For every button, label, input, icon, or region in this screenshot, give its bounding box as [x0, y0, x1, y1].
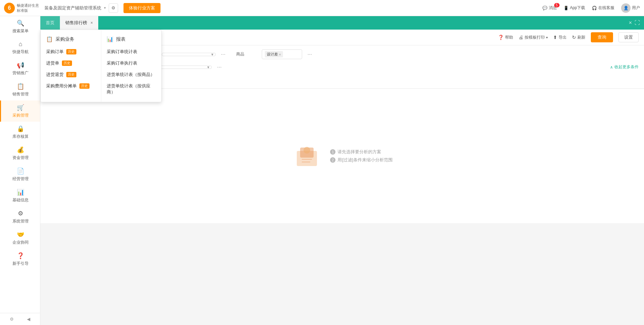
- empty-hints: 1 请先选择要分析的方案 2 用[过滤]条件来缩小分析范围: [330, 149, 392, 163]
- purchase-section-title: 采购业务: [56, 36, 74, 42]
- menu-item-purchase-order-stat[interactable]: 采购订单统计表: [101, 46, 162, 57]
- tab-right-actions: × ⛶: [629, 20, 644, 26]
- purchase-order-exec-label: 采购订单执行表: [107, 60, 137, 66]
- headset-icon: 🎧: [592, 6, 597, 10]
- purchase-order-stat-label: 采购订单统计表: [107, 49, 137, 55]
- notification-icon: 💬: [542, 6, 547, 10]
- sidebar-item-marketing[interactable]: 📢 营销推广: [0, 58, 40, 79]
- top-header: 6 畅捷通好生意 标准版 装备及固定资产辅助管理系统 ▾ ⚙ 体验行业方案 💬 …: [0, 0, 644, 16]
- sidebar-item-enterprise[interactable]: 🤝 企业协同: [0, 228, 40, 249]
- trial-button[interactable]: 体验行业方案: [123, 3, 160, 13]
- sidebar-item-search[interactable]: 🔍 搜索菜单: [0, 16, 40, 37]
- menu-item-goods-stat-by-supplier[interactable]: 进货单统计表（按供应商）: [101, 80, 162, 98]
- sidebar-label-enterprise: 企业协同: [12, 240, 29, 245]
- purchase-order-label: 采购订单: [46, 49, 64, 55]
- voucher-status-more[interactable]: ···: [221, 51, 225, 57]
- refresh-button[interactable]: ↻ 刷新: [572, 35, 585, 40]
- tab-home[interactable]: 首页: [40, 16, 60, 30]
- sidebar-label-newbie: 新手引导: [12, 261, 29, 267]
- sidebar-item-newbie[interactable]: ❓ 新手引导: [0, 249, 40, 270]
- collapse-button[interactable]: ∧ 收起更多条件: [610, 64, 639, 70]
- menu-item-purchase-expense[interactable]: 采购费用分摊单 历史: [41, 80, 101, 92]
- system-title: 装备及固定资产辅助管理系统: [44, 5, 101, 11]
- tab-sales-rank[interactable]: 销售排行榜 ×: [60, 16, 98, 30]
- menu-item-goods-return[interactable]: 进货退货 历史: [41, 69, 101, 80]
- sidebar-label-search: 搜索菜单: [12, 28, 29, 34]
- sidebar-item-quicknav[interactable]: ⌂ 快捷导航: [0, 37, 40, 58]
- settings-button[interactable]: 设置: [618, 32, 639, 42]
- export-icon: ⬆: [553, 35, 557, 40]
- help-button[interactable]: ❓ 帮助: [498, 35, 513, 40]
- menu-item-goods-receipt[interactable]: 进货单 历史: [41, 57, 101, 69]
- print-dropdown-arrow[interactable]: ▾: [546, 36, 548, 39]
- empty-state: 1 请先选择要分析的方案 2 用[过滤]条件来缩小分析范围: [292, 141, 392, 171]
- sidebar-label-basic: 基础信息: [12, 197, 29, 203]
- logo-icon: 6: [4, 3, 15, 13]
- user-menu-button[interactable]: 👤 用户: [621, 3, 640, 13]
- menu-item-purchase-order[interactable]: 采购订单 历史: [41, 46, 101, 57]
- salesperson-select[interactable]: [158, 66, 212, 69]
- sales-icon: 📋: [17, 83, 24, 90]
- sidebar-bottom: ⚙ ◀: [0, 313, 40, 325]
- newbie-icon: ❓: [17, 252, 24, 259]
- finance-icon: 💰: [17, 146, 24, 154]
- sidebar-settings-button[interactable]: ⚙: [10, 317, 14, 322]
- sidebar-item-system[interactable]: ⚙ 系统管理: [0, 206, 40, 228]
- goods-tag-remove[interactable]: ×: [279, 52, 281, 56]
- refresh-icon: ↻: [572, 35, 576, 40]
- purchase-section-icon: 📋: [46, 36, 53, 43]
- enterprise-icon: 🤝: [17, 231, 24, 238]
- goods-more[interactable]: ···: [308, 51, 312, 57]
- menu-item-goods-stat-by-goods[interactable]: 进货单统计表（按商品）: [101, 69, 162, 80]
- tab-close-all-button[interactable]: ×: [629, 20, 632, 26]
- online-service-button[interactable]: 🎧 在线客服: [592, 5, 614, 11]
- phone-icon: 📱: [564, 6, 569, 10]
- tab-close-button[interactable]: ×: [91, 21, 93, 25]
- sidebar-label-purchase: 采购管理: [12, 113, 29, 118]
- settings-gear-button[interactable]: ⚙: [109, 3, 118, 13]
- user-avatar: 👤: [621, 3, 631, 13]
- sidebar-item-operation[interactable]: 📄 经营管理: [0, 164, 40, 185]
- goods-return-label: 进货退货: [46, 72, 64, 78]
- sidebar-item-finance[interactable]: 💰 资金管理: [0, 143, 40, 164]
- sidebar-collapse-button[interactable]: ◀: [27, 317, 30, 322]
- sidebar-label-sales: 销售管理: [12, 91, 29, 97]
- sidebar-item-purchase[interactable]: 🛒 采购管理: [0, 100, 40, 122]
- sidebar-label-finance: 资金管理: [12, 155, 29, 161]
- app-download-button[interactable]: 📱 App下载: [564, 5, 585, 11]
- system-icon: ⚙: [18, 210, 23, 217]
- sidebar-label-system: 系统管理: [12, 218, 29, 224]
- tab-restore-button[interactable]: ⛶: [635, 20, 640, 26]
- notification-button[interactable]: 💬 消息 5: [542, 5, 557, 11]
- sidebar-item-basic[interactable]: 📊 基础信息: [0, 185, 40, 206]
- notification-badge-count: 5: [554, 3, 560, 7]
- export-button[interactable]: ⬆ 导出: [553, 35, 567, 40]
- goods-receipt-badge: 历史: [62, 60, 72, 66]
- title-dropdown-arrow[interactable]: ▾: [104, 6, 106, 10]
- hint-item-2: 2 用[过滤]条件来缩小分析范围: [330, 157, 392, 163]
- voucher-status-select[interactable]: [162, 53, 216, 56]
- operation-icon: 📄: [17, 167, 24, 175]
- goods-input[interactable]: 设计差 ×: [262, 49, 302, 59]
- collapse-arrow-icon: ∧: [610, 65, 613, 70]
- sidebar-item-sales[interactable]: 📋 销售管理: [0, 79, 40, 100]
- header-right: 💬 消息 5 📱 App下载 🎧 在线客服 👤 用户: [542, 3, 640, 13]
- svg-point-2: [303, 147, 310, 154]
- content-area: 1 请先选择要分析的方案 2 用[过滤]条件来缩小分析范围: [40, 89, 644, 223]
- purchase-icon: 🛒: [17, 104, 24, 111]
- sidebar-item-inventory[interactable]: 🔒 库存核算: [0, 122, 40, 143]
- home-icon: ⌂: [19, 41, 23, 48]
- salesperson-more[interactable]: ···: [217, 64, 221, 70]
- sidebar-label-inventory: 库存核算: [12, 134, 29, 139]
- logo-area: 6 畅捷通好生意 标准版: [4, 3, 44, 13]
- sidebar-label-marketing: 营销推广: [12, 70, 29, 76]
- system-title-area: 装备及固定资产辅助管理系统 ▾ ⚙ 体验行业方案: [44, 3, 542, 13]
- search-icon: 🔍: [17, 19, 24, 27]
- goods-tag[interactable]: 设计差 ×: [265, 51, 283, 57]
- query-button[interactable]: 查询: [591, 32, 613, 42]
- menu-item-purchase-order-exec[interactable]: 采购订单执行表: [101, 57, 162, 69]
- empty-illustration: [292, 141, 322, 171]
- sidebar-label-operation: 经营管理: [12, 176, 29, 182]
- print-button[interactable]: 🖨 按模板打印 ▾: [518, 35, 548, 40]
- report-section-header: 📊 报表: [101, 34, 162, 46]
